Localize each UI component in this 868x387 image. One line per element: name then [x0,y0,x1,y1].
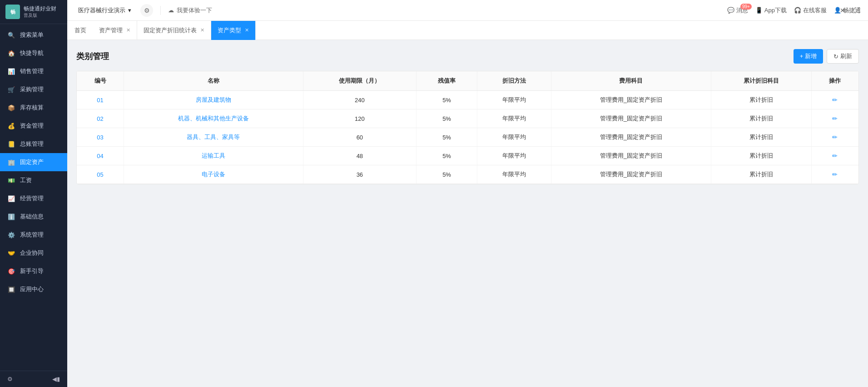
sidebar-item-fixed_assets[interactable]: 🏢 固定资产 [0,153,67,171]
sidebar-label-operations: 经营管理 [20,194,44,203]
sidebar-item-basic_info[interactable]: ℹ️ 基础信息 [0,208,67,226]
sidebar-item-guide[interactable]: 🎯 新手引导 [0,262,67,280]
table-cell[interactable]: 05 [77,165,124,184]
table-row: 05电子设备365%年限平均管理费用_固定资产折旧累计折旧✏ [77,165,858,184]
table-cell: 60 [303,128,417,147]
sidebar-item-search[interactable]: 🔍 搜索菜单 [0,26,67,44]
project-settings-button[interactable]: ⚙ [140,4,153,17]
tab-asset_mgmt[interactable]: 资产管理✕ [93,21,137,40]
message-button[interactable]: 💬 消息 99+ [727,6,748,15]
sidebar-item-system[interactable]: ⚙️ 系统管理 [0,226,67,244]
table-cell: 5% [417,109,477,128]
cloud-icon: ☁ [168,7,174,14]
basic_info-icon: ℹ️ [7,213,15,221]
sidebar-label-sales: 销售管理 [20,67,44,75]
sidebar-item-sales[interactable]: 📊 销售管理 [0,62,67,80]
sidebar-label-search: 搜索菜单 [20,31,44,39]
table-cell-action[interactable]: ✏ [811,91,858,109]
sidebar-label-enterprise: 企业协同 [20,249,44,257]
table-cell[interactable]: 02 [77,109,124,128]
search-icon: 🔍 [7,31,15,39]
sidebar-item-quick_nav[interactable]: 🏠 快捷导航 [0,44,67,62]
table-cell-action[interactable]: ✏ [811,147,858,165]
table-cell: 年限平均 [477,147,551,165]
table-row: 02机器、机械和其他生产设备1205%年限平均管理费用_固定资产折旧累计折旧✏ [77,109,858,128]
system-icon: ⚙️ [7,231,15,239]
message-icon: 💬 [727,7,734,14]
table-cell: 管理费用_固定资产折旧 [551,147,711,165]
col-header: 操作 [811,71,858,91]
table-cell-action[interactable]: ✏ [811,128,858,147]
table-header: 编号名称使用期限（月）残值率折旧方法费用科目累计折旧科目操作 [77,71,858,91]
tab-depreciation[interactable]: 固定资产折旧统计表✕ [137,21,211,40]
app-edition: 普及版 [24,12,56,19]
tab-close-asset_mgmt[interactable]: ✕ [126,27,130,33]
table-body: 01房屋及建筑物2405%年限平均管理费用_固定资产折旧累计折旧✏02机器、机械… [77,91,858,184]
table-cell: 年限平均 [477,128,551,147]
new-button[interactable]: + 新增 [794,49,823,64]
tabbar: 首页资产管理✕固定资产折旧统计表✕资产类型✕ [67,21,868,40]
headset-icon: 🎧 [794,7,801,14]
inventory-icon: 📦 [7,104,15,112]
app-download-label: App下载 [764,6,787,15]
table-cell[interactable]: 04 [77,147,124,165]
ledger-icon: 📒 [7,140,15,148]
table-cell[interactable]: 运输工具 [124,147,303,165]
tab-close-asset_type[interactable]: ✕ [245,27,249,33]
tab-home[interactable]: 首页 [74,21,93,40]
refresh-button[interactable]: ↻ 刷新 [827,49,859,64]
sidebar-footer: ⚙ ◀▮ [0,371,67,387]
settings-icon[interactable]: ⚙ [7,376,13,382]
close-window-button[interactable]: ✕ [835,3,850,18]
page-actions: + 新增 ↻ 刷新 [794,49,859,64]
edit-icon[interactable]: ✏ [832,171,838,178]
sidebar-item-purchase[interactable]: 🛒 采购管理 [0,80,67,99]
sidebar-item-operations[interactable]: 📈 经营管理 [0,189,67,208]
table-cell: 年限平均 [477,109,551,128]
table-cell[interactable]: 器具、工具、家具等 [124,128,303,147]
sidebar-item-enterprise[interactable]: 🤝 企业协同 [0,244,67,262]
funds-icon: 💰 [7,122,15,130]
table-cell: 5% [417,165,477,184]
table-cell[interactable]: 房屋及建筑物 [124,91,303,109]
edit-icon[interactable]: ✏ [832,152,838,159]
table-header-row: 编号名称使用期限（月）残值率折旧方法费用科目累计折旧科目操作 [77,71,858,91]
table-cell: 管理费用_固定资产折旧 [551,128,711,147]
tab-asset_type[interactable]: 资产类型✕ [211,21,256,40]
main-area: 医疗器械行业演示 ▾ ⚙ ☁ 我要体验一下 💬 消息 99+ 📱 App下载 🎧… [67,0,868,387]
edit-icon[interactable]: ✏ [832,96,838,104]
table-cell: 5% [417,147,477,165]
table-cell-action[interactable]: ✏ [811,109,858,128]
enterprise-icon: 🤝 [7,249,15,257]
table-cell[interactable]: 机器、机械和其他生产设备 [124,109,303,128]
sidebar-item-funds[interactable]: 💰 资金管理 [0,117,67,135]
edit-icon[interactable]: ✏ [832,115,838,122]
refresh-icon: ↻ [833,53,838,60]
message-badge: 99+ [740,4,752,10]
table-cell: 年限平均 [477,165,551,184]
sidebar-item-inventory[interactable]: 📦 库存核算 [0,99,67,117]
sidebar-item-app_center[interactable]: 🔲 应用中心 [0,280,67,298]
sidebar-item-ledger[interactable]: 📒 总账管理 [0,135,67,153]
tab-close-depreciation[interactable]: ✕ [200,27,204,33]
sales-icon: 📊 [7,67,15,75]
project-selector[interactable]: 医疗器械行业演示 ▾ [74,5,135,16]
sidebar-label-funds: 资金管理 [20,122,44,130]
guide-icon: 🎯 [7,267,15,275]
col-header: 残值率 [417,71,477,91]
data-table: 编号名称使用期限（月）残值率折旧方法费用科目累计折旧科目操作 01房屋及建筑物2… [77,71,858,184]
edit-icon[interactable]: ✏ [832,134,838,141]
customer-service-button[interactable]: 🎧 在线客服 [794,6,827,15]
table-cell[interactable]: 电子设备 [124,165,303,184]
col-header: 名称 [124,71,303,91]
expand-window-button[interactable]: ⛶ [850,3,864,18]
collapse-icon[interactable]: ◀▮ [52,376,60,382]
table-cell[interactable]: 01 [77,91,124,109]
app-download-button[interactable]: 📱 App下载 [755,6,787,15]
project-name: 医疗器械行业演示 [78,6,125,15]
sidebar-item-payroll[interactable]: 💵 工资 [0,171,67,189]
tab-label-asset_mgmt: 资产管理 [99,26,123,35]
experience-button[interactable]: ☁ 我要体验一下 [168,6,212,15]
table-cell-action[interactable]: ✏ [811,165,858,184]
table-cell[interactable]: 03 [77,128,124,147]
